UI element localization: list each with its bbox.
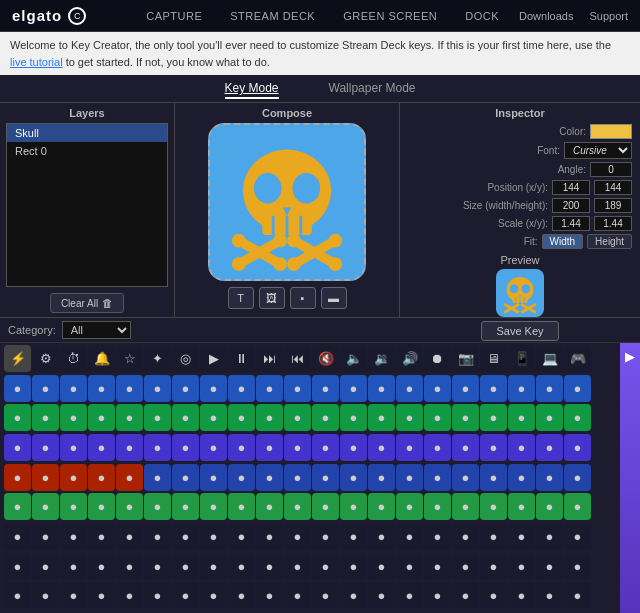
icon-cell[interactable]: ● xyxy=(284,375,311,402)
nav-dock[interactable]: DOCK xyxy=(465,10,499,22)
icon-cell[interactable]: ● xyxy=(144,464,171,491)
icon-cell[interactable]: ● xyxy=(452,553,479,580)
icon-cell[interactable]: ● xyxy=(228,553,255,580)
icon-cell[interactable]: ● xyxy=(340,375,367,402)
color-swatch[interactable] xyxy=(590,124,632,139)
live-tutorial-link[interactable]: live tutorial xyxy=(10,56,63,68)
icon-cell[interactable]: ● xyxy=(340,493,367,520)
icon-cell[interactable]: ● xyxy=(228,523,255,550)
icon-cell[interactable]: ● xyxy=(32,582,59,609)
icon-cell[interactable]: ● xyxy=(424,404,451,431)
icon-cell[interactable]: ● xyxy=(396,464,423,491)
icon-cell[interactable]: ● xyxy=(340,464,367,491)
icon-cell[interactable]: ● xyxy=(144,582,171,609)
icon-cell[interactable]: ● xyxy=(536,582,563,609)
icon-cell[interactable]: ● xyxy=(116,493,143,520)
icon-cell[interactable]: ● xyxy=(340,434,367,461)
icon-cell[interactable]: 🖥 xyxy=(480,345,507,372)
icon-cell[interactable]: 🔔 xyxy=(88,345,115,372)
icon-cell[interactable]: ● xyxy=(32,493,59,520)
icon-cell[interactable]: ● xyxy=(480,493,507,520)
icon-cell[interactable]: ● xyxy=(396,553,423,580)
icon-cell[interactable]: ● xyxy=(536,553,563,580)
icon-cell[interactable]: ● xyxy=(368,375,395,402)
rect-tool-button[interactable]: ▪ xyxy=(290,287,316,309)
icon-cell[interactable]: ● xyxy=(200,553,227,580)
icon-cell[interactable]: ☆ xyxy=(116,345,143,372)
icon-cell[interactable]: ● xyxy=(88,553,115,580)
icon-cell[interactable]: ● xyxy=(396,375,423,402)
icon-cell[interactable]: ● xyxy=(480,523,507,550)
icon-cell[interactable]: ● xyxy=(172,582,199,609)
icon-cell[interactable]: ● xyxy=(480,404,507,431)
icon-cell[interactable]: ● xyxy=(312,553,339,580)
icon-cell[interactable]: ● xyxy=(536,404,563,431)
icon-cell[interactable]: ● xyxy=(228,493,255,520)
icon-cell[interactable]: ● xyxy=(312,523,339,550)
icon-cell[interactable]: ● xyxy=(312,375,339,402)
icon-cell[interactable]: ⏮ xyxy=(284,345,311,372)
icon-cell[interactable]: ● xyxy=(144,553,171,580)
scroll-indicator[interactable]: ▶ xyxy=(620,343,640,613)
icon-cell[interactable]: ● xyxy=(32,404,59,431)
icon-cell[interactable]: ● xyxy=(508,493,535,520)
icon-cell[interactable]: 💻 xyxy=(536,345,563,372)
icon-cell[interactable]: ● xyxy=(172,493,199,520)
icon-cell[interactable]: ● xyxy=(480,434,507,461)
icon-cell[interactable]: ● xyxy=(284,493,311,520)
icon-cell[interactable]: ● xyxy=(32,523,59,550)
icon-cell[interactable]: ● xyxy=(88,404,115,431)
icon-cell[interactable]: ● xyxy=(340,404,367,431)
icon-cell[interactable]: ● xyxy=(60,404,87,431)
canvas-area[interactable] xyxy=(208,123,366,281)
icon-cell[interactable]: ● xyxy=(116,523,143,550)
icon-cell[interactable]: ⚙ xyxy=(32,345,59,372)
icon-cell[interactable]: ● xyxy=(116,404,143,431)
icon-cell[interactable]: ● xyxy=(88,375,115,402)
icon-cell[interactable]: ● xyxy=(284,523,311,550)
icon-cell[interactable]: ▶ xyxy=(200,345,227,372)
icon-cell[interactable]: ● xyxy=(396,434,423,461)
icon-cell[interactable]: ⏱ xyxy=(60,345,87,372)
icon-cell[interactable]: ● xyxy=(564,553,591,580)
icon-cell[interactable]: ● xyxy=(536,464,563,491)
icon-cell[interactable]: ● xyxy=(480,464,507,491)
icon-cell[interactable]: ● xyxy=(256,582,283,609)
nav-stream-deck[interactable]: STREAM DECK xyxy=(230,10,315,22)
tab-key-mode[interactable]: Key Mode xyxy=(225,81,279,99)
icon-cell[interactable]: ● xyxy=(144,375,171,402)
icon-cell[interactable]: ● xyxy=(424,375,451,402)
icon-cell[interactable]: ⏭ xyxy=(256,345,283,372)
icon-cell[interactable]: ● xyxy=(60,582,87,609)
icon-cell[interactable]: ● xyxy=(200,582,227,609)
icon-cell[interactable]: ● xyxy=(172,523,199,550)
icon-cell[interactable]: ● xyxy=(144,404,171,431)
icon-cell[interactable]: ⚡ xyxy=(4,345,31,372)
icon-cell[interactable]: 🎮 xyxy=(564,345,591,372)
icon-cell[interactable]: ● xyxy=(368,553,395,580)
icon-cell[interactable]: ✦ xyxy=(144,345,171,372)
icon-cell[interactable]: ● xyxy=(368,404,395,431)
icon-cell[interactable]: ● xyxy=(228,582,255,609)
icon-cell[interactable]: ● xyxy=(200,493,227,520)
icon-cell[interactable]: ● xyxy=(424,523,451,550)
icon-cell[interactable]: ● xyxy=(508,553,535,580)
icon-cell[interactable]: ● xyxy=(172,553,199,580)
icon-cell[interactable]: ● xyxy=(480,582,507,609)
icon-cell[interactable]: ● xyxy=(508,404,535,431)
scale-x-input[interactable] xyxy=(552,216,590,231)
icon-cell[interactable]: ● xyxy=(200,404,227,431)
icon-cell[interactable]: 🔇 xyxy=(312,345,339,372)
icon-cell[interactable]: ● xyxy=(116,375,143,402)
icon-cell[interactable]: ● xyxy=(256,553,283,580)
downloads-link[interactable]: Downloads xyxy=(519,10,573,22)
icon-cell[interactable]: ● xyxy=(452,464,479,491)
icon-cell[interactable]: ● xyxy=(312,582,339,609)
icon-cell[interactable]: ● xyxy=(424,464,451,491)
icon-cell[interactable]: ● xyxy=(284,434,311,461)
icon-cell[interactable]: ● xyxy=(480,375,507,402)
icon-cell[interactable]: ● xyxy=(284,582,311,609)
icon-cell[interactable]: ● xyxy=(368,464,395,491)
icon-cell[interactable]: ● xyxy=(564,375,591,402)
layer-item-rect0[interactable]: Rect 0 xyxy=(7,142,167,160)
